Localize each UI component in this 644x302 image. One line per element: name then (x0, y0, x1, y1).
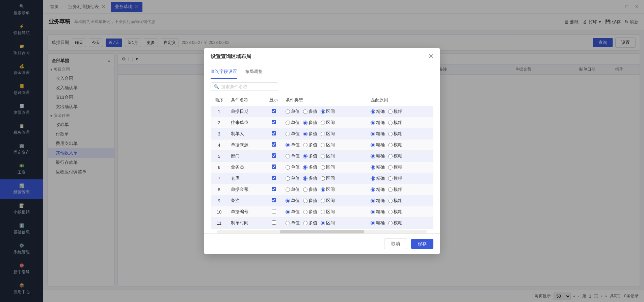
radio-cond-区间[interactable]: 区间 (321, 198, 335, 204)
radio-cond-多值[interactable]: 多值 (303, 175, 317, 181)
radio-match-精确[interactable]: 精确 (371, 186, 385, 193)
radio-cond-单值[interactable]: 单值 (286, 120, 300, 126)
display-checkbox[interactable] (272, 120, 276, 124)
radio-cond-单值[interactable]: 单值 (286, 108, 300, 115)
radio-match-精确[interactable]: 精确 (371, 142, 385, 148)
radio-cond-单值[interactable]: 单值 (286, 175, 300, 181)
radio-match-精确[interactable]: 精确 (371, 198, 385, 204)
modal-overlay: 设置查询区域布局 ✕ 查询字段设置 布局调整 🔍 顺序 条件名称 显示 (0, 0, 644, 302)
radio-cond-区间[interactable]: 区间 (321, 186, 335, 193)
radio-cond-区间[interactable]: 区间 (321, 142, 335, 148)
radio-cond-区间[interactable]: 区间 (321, 131, 335, 137)
cell-display[interactable] (265, 162, 282, 173)
radio-cond-多值[interactable]: 多值 (303, 142, 317, 148)
radio-match-精确[interactable]: 精确 (371, 131, 385, 137)
radio-match-模糊[interactable]: 模糊 (388, 220, 402, 226)
display-checkbox[interactable] (272, 109, 276, 113)
radio-cond-多值[interactable]: 多值 (303, 153, 317, 159)
radio-cond-多值[interactable]: 多值 (303, 164, 317, 170)
cell-display[interactable] (265, 106, 282, 117)
radio-cond-单值[interactable]: 单值 (286, 153, 300, 159)
radio-match-模糊[interactable]: 模糊 (388, 186, 402, 193)
radio-match-模糊[interactable]: 模糊 (388, 164, 402, 170)
radio-cond-单值[interactable]: 单值 (286, 131, 300, 137)
cell-match-type: 精确 模糊 (367, 184, 433, 195)
radio-match-模糊[interactable]: 模糊 (388, 108, 402, 115)
radio-cond-单值[interactable]: 单值 (286, 186, 300, 193)
cell-match-type: 精确 模糊 (367, 140, 433, 151)
radio-match-模糊[interactable]: 模糊 (388, 120, 402, 126)
radio-cond-多值[interactable]: 多值 (303, 120, 317, 126)
radio-cond-区间[interactable]: 区间 (321, 220, 335, 226)
radio-match-精确[interactable]: 精确 (371, 164, 385, 170)
th-cond-type: 条件类型 (282, 94, 367, 106)
cell-order: 5 (211, 151, 227, 162)
radio-match-精确[interactable]: 精确 (371, 175, 385, 181)
radio-cond-单值[interactable]: 单值 (286, 220, 300, 226)
radio-match-精确[interactable]: 精确 (371, 108, 385, 115)
display-checkbox[interactable] (272, 153, 276, 158)
display-checkbox[interactable] (272, 165, 276, 169)
table-row: 4 单据来源 单值 多值 区间 精确 模糊 (211, 140, 433, 151)
radio-cond-单值[interactable]: 单值 (286, 164, 300, 170)
display-checkbox[interactable] (272, 176, 276, 180)
radio-cond-多值[interactable]: 多值 (303, 209, 317, 215)
cell-name: 往来单位 (227, 117, 265, 128)
radio-match-模糊[interactable]: 模糊 (388, 198, 402, 204)
cell-name: 部门 (227, 151, 265, 162)
radio-match-模糊[interactable]: 模糊 (388, 131, 402, 137)
display-checkbox[interactable] (272, 209, 276, 213)
cell-display[interactable] (265, 195, 282, 206)
modal-title: 设置查询区域布局 (211, 53, 251, 60)
radio-match-模糊[interactable]: 模糊 (388, 209, 402, 215)
radio-match-模糊[interactable]: 模糊 (388, 175, 402, 181)
cell-display[interactable] (265, 218, 282, 229)
radio-cond-多值[interactable]: 多值 (303, 186, 317, 193)
cell-match-type: 精确 模糊 (367, 162, 433, 173)
radio-cond-区间[interactable]: 区间 (321, 175, 335, 181)
th-cond-name: 条件名称 (227, 94, 265, 106)
radio-cond-多值[interactable]: 多值 (303, 108, 317, 115)
cell-display[interactable] (265, 151, 282, 162)
cell-display[interactable] (265, 128, 282, 140)
display-checkbox[interactable] (272, 131, 276, 135)
cell-cond-type: 单值 多值 区间 (282, 162, 367, 173)
cell-display[interactable] (265, 206, 282, 218)
radio-cond-多值[interactable]: 多值 (303, 220, 317, 226)
radio-match-模糊[interactable]: 模糊 (388, 153, 402, 159)
horizontal-scrollbar[interactable] (217, 230, 427, 233)
tab-layout[interactable]: 布局调整 (245, 65, 263, 79)
display-checkbox[interactable] (272, 187, 276, 191)
tab-query-fields[interactable]: 查询字段设置 (211, 65, 237, 79)
radio-cond-区间[interactable]: 区间 (321, 108, 335, 115)
radio-cond-区间[interactable]: 区间 (321, 120, 335, 126)
display-checkbox[interactable] (272, 220, 276, 225)
cell-name: 单据来源 (227, 140, 265, 151)
radio-cond-区间[interactable]: 区间 (321, 209, 335, 215)
cell-display[interactable] (265, 117, 282, 128)
radio-cond-单值[interactable]: 单值 (286, 209, 300, 215)
radio-match-模糊[interactable]: 模糊 (388, 142, 402, 148)
cell-display[interactable] (265, 140, 282, 151)
modal-close-button[interactable]: ✕ (428, 53, 433, 60)
cancel-button[interactable]: 取消 (384, 238, 407, 249)
radio-match-精确[interactable]: 精确 (371, 220, 385, 226)
radio-cond-多值[interactable]: 多值 (303, 198, 317, 204)
cell-order: 2 (211, 117, 227, 128)
radio-cond-单值[interactable]: 单值 (286, 142, 300, 148)
radio-cond-多值[interactable]: 多值 (303, 131, 317, 137)
radio-match-精确[interactable]: 精确 (371, 120, 385, 126)
display-checkbox[interactable] (272, 198, 276, 202)
radio-match-精确[interactable]: 精确 (371, 153, 385, 159)
search-input[interactable] (221, 84, 278, 89)
modal-save-button[interactable]: 保存 (411, 239, 433, 249)
radio-cond-区间[interactable]: 区间 (321, 164, 335, 170)
radio-cond-区间[interactable]: 区间 (321, 153, 335, 159)
cell-display[interactable] (265, 173, 282, 184)
radio-cond-单值[interactable]: 单值 (286, 198, 300, 204)
modal-footer: 取消 保存 (204, 233, 440, 254)
display-checkbox[interactable] (272, 142, 276, 147)
cell-display[interactable] (265, 184, 282, 195)
cell-order: 1 (211, 106, 227, 117)
radio-match-精确[interactable]: 精确 (371, 209, 385, 215)
